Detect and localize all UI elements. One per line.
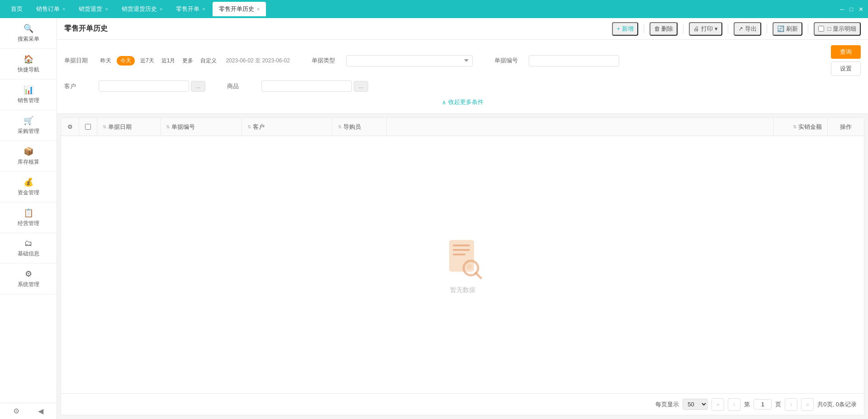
date-7days[interactable]: 近7天 (138, 56, 156, 66)
toolbar: + 新增 🗑 删除 🖨 打印 ▾ ↗ 导出 🔄 刷新 (612, 22, 861, 36)
display-detail-button[interactable]: □ 显示明细 (814, 22, 861, 36)
sidebar-item-sales[interactable]: 📊 销售管理 (0, 80, 57, 110)
collapse-btn[interactable]: ∧ 收起更多条件 (64, 96, 861, 108)
sidebar: 🔍 搜索采单 🏠 快捷导航 📊 销售管理 🛒 采购管理 📦 库存核算 💰 资金管… (0, 18, 57, 419)
date-1month[interactable]: 近1月 (160, 56, 177, 66)
th-gear[interactable]: ⚙ (61, 118, 79, 136)
th-checkbox[interactable] (79, 118, 97, 136)
tab-sales-order[interactable]: 销售订单 × (30, 2, 71, 16)
th-number[interactable]: ⇅ 单据编号 (161, 118, 242, 136)
sidebar-bottom: ⚙ ◀ (0, 403, 57, 419)
setting-button[interactable]: 设置 (831, 61, 861, 76)
tab-sales-return[interactable]: 销货退货 × (72, 2, 114, 16)
page-title: 零售开单历史 (64, 24, 108, 33)
refresh-button[interactable]: 🔄 刷新 (773, 22, 802, 36)
tab-retail-open-close[interactable]: × (202, 6, 205, 12)
collapse-chevron-icon: ∧ (442, 99, 446, 106)
type-label: 单据类型 (312, 56, 339, 65)
tab-sales-return-close[interactable]: × (105, 6, 108, 12)
th-amount-label: 实销金额 (798, 123, 822, 131)
svg-rect-2 (453, 249, 470, 251)
tab-home[interactable]: 首页 (5, 2, 29, 16)
sidebar-item-basicinfo[interactable]: 🗂 基础信息 (0, 233, 57, 264)
query-button[interactable]: 查询 (831, 45, 861, 59)
th-customer-label: 客户 (253, 123, 265, 131)
print-button[interactable]: 🖨 打印 ▾ (689, 22, 722, 36)
goods-label: 商品 (227, 82, 254, 90)
system-icon: ⚙ (25, 269, 32, 279)
export-label: 导出 (745, 25, 757, 33)
prev-page-btn[interactable]: ‹ (728, 398, 740, 411)
page-input[interactable] (754, 399, 772, 410)
total-text: 共0页, 0条记录 (817, 400, 857, 409)
first-page-btn[interactable]: « (711, 398, 724, 411)
th-action-label: 操作 (840, 123, 852, 131)
next-page-icon: › (790, 401, 792, 408)
finance-icon: 💰 (24, 177, 33, 187)
sidebar-item-inventory[interactable]: 📦 库存核算 (0, 141, 57, 172)
th-date[interactable]: ⇅ 单据日期 (97, 118, 161, 136)
delete-button[interactable]: 🗑 删除 (650, 22, 678, 36)
first-page-icon: « (716, 401, 720, 408)
num-input[interactable] (529, 55, 619, 66)
sidebar-item-finance[interactable]: 💰 资金管理 (0, 172, 57, 202)
window-controls: ─ □ ✕ (840, 6, 863, 13)
minimize-btn[interactable]: ─ (840, 6, 844, 13)
th-guide[interactable]: ⇅ 导购员 (332, 118, 387, 136)
svg-rect-1 (453, 245, 470, 246)
export-button[interactable]: ↗ 导出 (734, 22, 761, 36)
sidebar-item-nav[interactable]: 🏠 快捷导航 (0, 49, 57, 80)
sidebar-item-operations-label: 经营管理 (18, 220, 39, 227)
tab-retail-open-history[interactable]: 零售开单历史 × (213, 2, 266, 16)
print-dropdown-icon: ▾ (715, 25, 718, 32)
sidebar-item-operations[interactable]: 📋 经营管理 (0, 202, 57, 233)
date-yesterday[interactable]: 昨天 (99, 56, 113, 66)
next-page-btn[interactable]: › (785, 398, 797, 411)
empty-text: 暂无数据 (450, 286, 475, 294)
display-detail-checkbox[interactable] (818, 26, 824, 32)
new-button[interactable]: + 新增 (612, 22, 638, 36)
page-label-pre: 第 (744, 400, 750, 409)
sidebar-item-search-label: 搜索采单 (18, 35, 39, 43)
print-label: 🖨 打印 (693, 25, 713, 33)
table-header: ⚙ ⇅ 单据日期 ⇅ 单据编号 ⇅ 客户 ⇅ (61, 118, 864, 136)
customer-input[interactable] (99, 80, 189, 92)
tab-sales-return-history[interactable]: 销货退货历史 × (115, 2, 169, 16)
date-custom[interactable]: 自定义 (199, 56, 218, 66)
sidebar-settings-icon[interactable]: ⚙ (13, 407, 19, 415)
sidebar-item-system[interactable]: ⚙ 系统管理 (0, 264, 57, 294)
tab-sales-order-close[interactable]: × (62, 6, 65, 12)
toolbar-divider-3 (728, 24, 728, 33)
sidebar-item-search[interactable]: 🔍 搜索采单 (0, 18, 57, 49)
tab-retail-open-history-close[interactable]: × (257, 6, 260, 12)
goods-ellipsis[interactable]: ... (354, 81, 368, 92)
goods-input[interactable] (261, 80, 352, 92)
last-page-btn[interactable]: » (801, 398, 814, 411)
tab-retail-open-label: 零售开单 (176, 5, 199, 13)
sidebar-item-purchase[interactable]: 🛒 采购管理 (0, 110, 57, 141)
select-all-checkbox[interactable] (85, 124, 91, 130)
th-expand (387, 118, 773, 136)
tab-sales-return-history-close[interactable]: × (160, 6, 162, 12)
sidebar-collapse-icon[interactable]: ◀ (38, 407, 43, 415)
tab-retail-open[interactable]: 零售开单 × (170, 2, 211, 16)
maximize-btn[interactable]: □ (849, 6, 853, 13)
date-more[interactable]: 更多 (180, 56, 195, 66)
type-select[interactable] (346, 55, 473, 66)
th-customer[interactable]: ⇅ 客户 (242, 118, 332, 136)
display-label: □ 显示明细 (828, 25, 856, 33)
date-today[interactable]: 今天 (117, 56, 135, 66)
sort-icon-guide: ⇅ (338, 124, 342, 129)
filter-area: 单据日期 昨天 今天 近7天 近1月 更多 自定义 2023-06-02 至 2… (57, 40, 868, 114)
num-label: 单据编号 (494, 56, 522, 65)
close-btn[interactable]: ✕ (859, 6, 863, 13)
page-header: 零售开单历史 + 新增 🗑 删除 🖨 打印 ▾ ↗ 导出 (57, 18, 868, 40)
th-amount[interactable]: ⇅ 实销金额 (773, 118, 828, 136)
refresh-label: 🔄 刷新 (777, 25, 798, 33)
sort-icon-customer: ⇅ (247, 124, 251, 129)
sidebar-item-inventory-label: 库存核算 (18, 158, 39, 166)
filter-row-2: 客户 ... 商品 ... (64, 80, 861, 92)
page-size-select[interactable]: 50 20 100 200 (683, 399, 708, 410)
tab-bar: 首页 销售订单 × 销货退货 × 销货退货历史 × 零售开单 × 零售开单历史 … (5, 2, 840, 16)
customer-ellipsis[interactable]: ... (191, 81, 205, 92)
